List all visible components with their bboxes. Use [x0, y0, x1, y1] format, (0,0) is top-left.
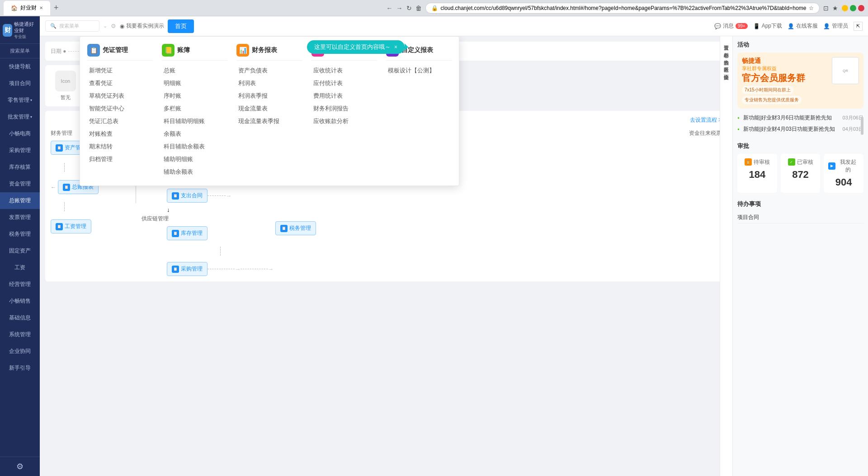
- bookmark-star-icon[interactable]: ★: [832, 5, 838, 12]
- sidebar-item-salary[interactable]: 工资: [0, 259, 40, 276]
- ledger-item-1[interactable]: 明细账: [162, 77, 227, 90]
- flow-node-tax-mgmt[interactable]: 📋 税务管理: [275, 221, 316, 235]
- custom-item-0[interactable]: 模板设计【公测】: [386, 64, 452, 77]
- maximize-btn[interactable]: [850, 5, 856, 11]
- scrollbar-thumb[interactable]: [861, 117, 863, 135]
- sidebar-logo: 财 畅捷通好业财 专业版: [0, 16, 40, 44]
- mgmt-item-2[interactable]: 费用统计表: [311, 90, 377, 102]
- new-tab-button[interactable]: +: [52, 3, 61, 13]
- rql-homepage-settings[interactable]: 首页设置: [722, 39, 731, 44]
- close-tip-btn[interactable]: ×: [394, 44, 397, 50]
- financial-item-2[interactable]: 利润表季报: [236, 90, 302, 102]
- ledger-item-8[interactable]: 辅助余额表: [162, 166, 227, 178]
- mgmt-item-0[interactable]: 应收统计表: [311, 64, 377, 77]
- pending-item-0[interactable]: 项目合同: [737, 212, 863, 224]
- ledger-item-7[interactable]: 辅助明细账: [162, 153, 227, 166]
- sidebar-item-ledger[interactable]: 总账管理: [0, 192, 40, 209]
- cast-icon[interactable]: ⊡: [823, 5, 829, 12]
- voucher-item-check[interactable]: 对账检查: [87, 128, 153, 140]
- news-title-0[interactable]: 新功能|好业财3月6日功能更新抢先知: [743, 114, 839, 122]
- refresh-btn[interactable]: ↻: [406, 5, 412, 12]
- sidebar-item-collaboration[interactable]: 企业协同: [0, 343, 40, 360]
- approval-card-pending[interactable]: ⏳ 待审核 184: [737, 154, 777, 193]
- sidebar-item-purchase[interactable]: 采购管理: [0, 142, 40, 159]
- rql-service-community[interactable]: 服务社区: [722, 61, 731, 66]
- bookmark-icon[interactable]: ☆: [809, 5, 814, 11]
- menu-search-box[interactable]: 🔍 搜索菜单: [45, 20, 99, 32]
- tab-close-btn[interactable]: ✕: [39, 5, 43, 10]
- mgmt-item-1[interactable]: 应付统计表: [311, 77, 377, 90]
- sidebar-item-fixed-asset[interactable]: 固定资产: [0, 243, 40, 259]
- sidebar-item-guide[interactable]: 新手引导: [0, 360, 40, 376]
- voucher-item-draft[interactable]: 草稿凭证列表: [87, 90, 153, 102]
- demo-link[interactable]: ◉ 我要看实例演示: [120, 22, 164, 30]
- settings-icon[interactable]: ⚙: [111, 23, 116, 29]
- chevron-down-icon: ▾: [30, 98, 32, 102]
- ledger-item-5[interactable]: 余额表: [162, 128, 227, 140]
- approval-card-initiated[interactable]: ▶ 我发起的 904: [824, 154, 863, 193]
- flow-node-purchase[interactable]: 📋 采购管理: [167, 262, 208, 276]
- url-input[interactable]: [441, 5, 807, 11]
- ledger-item-4[interactable]: 科目辅助明细账: [162, 115, 227, 128]
- approval-card-approved[interactable]: ✓ 已审核 872: [781, 154, 821, 193]
- app-download-btn[interactable]: 📱 App下载: [753, 22, 782, 30]
- financial-item-3[interactable]: 现金流量表: [236, 102, 302, 115]
- news-title-1[interactable]: 新功能|好业财4月03日功能更新抢先知: [743, 125, 839, 133]
- sidebar-item-quick-nav[interactable]: 快捷导航: [0, 58, 40, 75]
- voucher-item-summary[interactable]: 凭证汇总表: [87, 115, 153, 128]
- ledger-item-0[interactable]: 总账: [162, 64, 227, 77]
- rql-customer-hotline[interactable]: 客户热线: [722, 53, 731, 59]
- minimize-btn[interactable]: [842, 5, 848, 11]
- tab-home[interactable]: 首页: [168, 19, 194, 33]
- voucher-item-view[interactable]: 查看凭证: [87, 77, 153, 90]
- flow-node-storage[interactable]: 📋 库存管理: [167, 226, 208, 240]
- sidebar-settings-btn[interactable]: ⚙: [0, 457, 40, 476]
- flow-node-expense-contract[interactable]: 📋 支出合同: [167, 189, 208, 203]
- setup-flow-link[interactable]: 去设置流程 >: [690, 116, 722, 124]
- sidebar-item-project[interactable]: 项目合同: [0, 75, 40, 92]
- sidebar-item-ecommerce[interactable]: 小畅电商: [0, 125, 40, 142]
- rql-help-center[interactable]: 帮助中心: [722, 46, 731, 52]
- avatar-icon: 👤: [823, 23, 830, 29]
- voucher-item-add[interactable]: 新增凭证: [87, 64, 153, 77]
- sidebar-search[interactable]: 搜索菜单: [0, 44, 40, 58]
- voucher-item-period-end[interactable]: 期末结转: [87, 140, 153, 153]
- voucher-item-smart[interactable]: 智能凭证中心: [87, 102, 153, 115]
- sidebar-item-retail[interactable]: 零售管理 ▾: [0, 92, 40, 109]
- message-btn[interactable]: 💬 消息 99+: [714, 22, 748, 30]
- user-avatar[interactable]: 👤 管理员: [823, 22, 848, 30]
- financial-item-1[interactable]: 利润表: [236, 77, 302, 90]
- online-service-btn[interactable]: 👤 在线客服: [788, 22, 818, 30]
- financial-item-0[interactable]: 资产负债表: [236, 64, 302, 77]
- rql-desktop-shortcut[interactable]: 桌面快捷: [722, 68, 731, 73]
- mgmt-item-4[interactable]: 应收账款分析: [311, 115, 377, 128]
- sidebar-item-tax[interactable]: 税务管理: [0, 226, 40, 243]
- banner-big: 官方会员服务群: [742, 72, 814, 84]
- service-icon: 👤: [788, 23, 794, 29]
- sidebar-item-basic-info[interactable]: 基础信息: [0, 309, 40, 326]
- fullscreen-btn[interactable]: ⇱: [854, 22, 863, 31]
- voucher-item-archive[interactable]: 归档管理: [87, 153, 153, 166]
- delete-btn[interactable]: 🗑: [415, 5, 422, 12]
- sidebar-item-capital[interactable]: 资金管理: [0, 176, 40, 192]
- forward-btn[interactable]: →: [396, 5, 403, 12]
- back-btn[interactable]: ←: [387, 5, 393, 12]
- ledger-item-2[interactable]: 序时账: [162, 90, 227, 102]
- ledger-item-6[interactable]: 科目辅助余额表: [162, 140, 227, 153]
- flow-node-salary[interactable]: 📋 工资管理: [51, 219, 91, 233]
- expand-icon[interactable]: ⌄: [103, 23, 107, 29]
- mgmt-item-3[interactable]: 财务利润报告: [311, 102, 377, 115]
- demo-icon: ◉: [120, 23, 124, 29]
- ledger-item-3[interactable]: 多栏账: [162, 102, 227, 115]
- financial-item-4[interactable]: 现金流量表季报: [236, 115, 302, 128]
- active-tab[interactable]: 🏠 好业财 ✕: [4, 1, 50, 15]
- close-btn[interactable]: [858, 5, 864, 11]
- sidebar-item-system[interactable]: 系统管理: [0, 326, 40, 343]
- sidebar-item-sales[interactable]: 小畅销售: [0, 293, 40, 309]
- sidebar-item-operation[interactable]: 经营管理: [0, 276, 40, 293]
- sidebar-item-invoice[interactable]: 发票管理: [0, 209, 40, 226]
- download-icon: 📱: [753, 23, 760, 29]
- logo-sub: 专业版: [14, 34, 37, 40]
- sidebar-item-inventory[interactable]: 库存核算: [0, 159, 40, 176]
- sidebar-item-wholesale[interactable]: 批发管理 ▾: [0, 109, 40, 125]
